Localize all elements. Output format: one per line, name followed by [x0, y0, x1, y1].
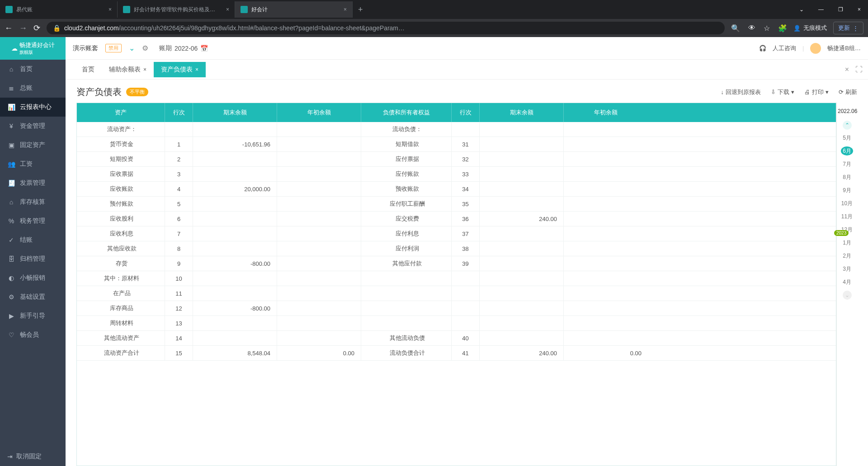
table-row[interactable]: 货币资金1-10,651.96短期借款31 [77, 137, 836, 152]
month-11月[interactable]: 11月 [837, 210, 857, 223]
rail-down-icon[interactable]: ⌄ [843, 291, 852, 300]
print-button[interactable]: 🖨打印▾ [804, 88, 829, 96]
table-row[interactable]: 库存商品12-800.00 [77, 301, 836, 316]
sidebar-item-首页[interactable]: ⌂首页 [0, 60, 66, 79]
avatar[interactable] [810, 43, 821, 54]
cell-begin [277, 331, 361, 345]
sidebar-item-总账[interactable]: ≣总账 [0, 79, 66, 98]
page-tab-资产负债表[interactable]: 资产负债表× [154, 62, 206, 77]
url-input[interactable]: 🔒 cloud2.chanjet.com/accounting/uh26t264… [47, 22, 725, 34]
maximize-icon[interactable]: ❐ [831, 6, 850, 13]
download-button[interactable]: ⇩下载▾ [771, 88, 794, 96]
sidebar-item-库存核算[interactable]: ⌂库存核算 [0, 193, 66, 212]
month-9月[interactable]: 9月 [837, 184, 857, 197]
table-row[interactable]: 流动资产合计158,548.040.00流动负债合计41240.000.00 [77, 346, 836, 361]
eye-blocked-icon[interactable]: 👁 [748, 24, 755, 32]
table-row[interactable]: 应收利息7应付利息37 [77, 226, 836, 241]
sidebar-item-工资[interactable]: 👥工资 [0, 155, 66, 174]
table-row[interactable]: 在产品11 [77, 286, 836, 301]
sidebar-item-畅会员[interactable]: ♡畅会员 [0, 325, 66, 344]
new-tab-button[interactable]: + [353, 5, 368, 14]
month-8月[interactable]: 8月 [837, 171, 857, 184]
product-name: 畅捷通好会计 [19, 41, 55, 49]
account-select[interactable]: 演示账套 [73, 44, 98, 52]
month-2月[interactable]: 2月 [837, 249, 857, 263]
cell-asset: 应收利息 [77, 226, 165, 241]
headset-icon[interactable]: 🎧 [759, 45, 766, 52]
refresh-button[interactable]: ⟳刷新 [839, 88, 857, 96]
minimize-icon[interactable]: — [811, 6, 831, 13]
sidebar-item-税务管理[interactable]: %税务管理 [0, 212, 66, 231]
table-row[interactable]: 应收股利6应交税费36240.00 [77, 212, 836, 226]
browser-tab-3[interactable]: 好会计 × [235, 1, 353, 18]
menu-icon: 🧾 [7, 179, 15, 187]
table-row[interactable]: 预付账款5应付职工薪酬35 [77, 197, 836, 212]
sidebar-item-云报表中心[interactable]: 📊云报表中心 [0, 98, 66, 117]
close-icon[interactable]: × [143, 66, 146, 73]
month-7月[interactable]: 7月 [837, 158, 857, 171]
table-row[interactable]: 短期投资2应付票据32 [77, 152, 836, 167]
forward-icon[interactable]: → [19, 24, 27, 33]
cell-asset: 其中：原材料 [77, 271, 165, 286]
year-label[interactable]: 2022.06 [837, 106, 857, 116]
cell-lbegin [564, 286, 648, 301]
browser-tab-2[interactable]: 好会计财务管理软件购买价格及… × [118, 1, 235, 18]
month-6月[interactable]: 6月 [837, 145, 857, 158]
sidebar-item-新手引导[interactable]: ▶新手引导 [0, 306, 66, 325]
rail-up-icon[interactable]: ⌃ [843, 121, 852, 130]
extension-icon[interactable]: 🧩 [778, 24, 787, 33]
calendar-icon[interactable]: 📅 [200, 45, 208, 52]
caret-down-icon[interactable]: ⌄ [792, 6, 811, 13]
chevron-down-icon[interactable]: ⌄ [129, 44, 135, 52]
month-3月[interactable]: 3月 [837, 263, 857, 276]
close-icon[interactable]: × [195, 66, 198, 73]
close-icon[interactable]: × [226, 6, 229, 13]
close-icon[interactable]: × [344, 6, 347, 13]
table-row[interactable]: 流动资产：流动负债： [77, 122, 836, 137]
gear-icon[interactable]: ⚙ [142, 44, 148, 52]
sidebar-item-发票管理[interactable]: 🧾发票管理 [0, 174, 66, 193]
sidebar-item-固定资产[interactable]: ▣固定资产 [0, 136, 66, 155]
page-tab-辅助余额表[interactable]: 辅助余额表× [102, 62, 154, 77]
help-link[interactable]: 人工咨询 [773, 44, 796, 52]
product-logo[interactable]: ☁ 畅捷通好会计 旗舰版 [0, 37, 66, 60]
zoom-icon[interactable]: 🔍 [731, 24, 740, 33]
sidebar-item-基础设置[interactable]: ⚙基础设置 [0, 287, 66, 306]
page-tab-首页[interactable]: 首页 [75, 62, 102, 77]
back-icon[interactable]: ← [5, 24, 13, 33]
period-value[interactable]: 2022-06 [175, 45, 198, 52]
table-row[interactable]: 周转材料13 [77, 316, 836, 331]
revert-button[interactable]: ↓回退到原报表 [721, 88, 761, 96]
sidebar-item-资金管理[interactable]: ¥资金管理 [0, 117, 66, 136]
month-10月[interactable]: 10月 [837, 197, 857, 210]
close-icon[interactable]: × [108, 6, 112, 13]
cell-lend [480, 286, 564, 301]
table-row[interactable]: 其他应收款8应付利润38 [77, 241, 836, 256]
browser-tab-1[interactable]: 易代账 × [0, 1, 118, 18]
reload-icon[interactable]: ⟳ [33, 23, 40, 33]
cell-lend: 240.00 [480, 346, 564, 360]
month-4月[interactable]: 4月 [837, 276, 857, 289]
sidebar-item-结账[interactable]: ✓结账 [0, 231, 66, 249]
star-icon[interactable]: ☆ [764, 24, 770, 33]
close-all-tabs-icon[interactable]: × [845, 66, 849, 74]
cell-begin [277, 197, 361, 211]
sidebar-item-小畅报销[interactable]: ◐小畅报销 [0, 268, 66, 287]
table-row[interactable]: 存货9-800.00其他应付款39 [77, 256, 836, 271]
cell-lbegin [564, 226, 648, 241]
cell-row: 4 [165, 182, 193, 196]
fullscreen-icon[interactable]: ⛶ [855, 66, 863, 74]
table-row[interactable]: 应收票据3应付账款33 [77, 167, 836, 182]
update-button[interactable]: 更新⋮ [833, 22, 863, 34]
month-5月[interactable]: 5月 [837, 132, 857, 145]
close-window-icon[interactable]: × [850, 6, 868, 13]
unpin-sidebar-button[interactable]: ⇥ 取消固定 [0, 447, 66, 466]
sidebar-item-归档管理[interactable]: 🗄归档管理 [0, 249, 66, 268]
user-name[interactable]: 畅捷通B组… [827, 44, 861, 52]
table-header: 资产 行次 期末余额 年初余额 负债和所有者权益 行次 期末余额 年初余额 [77, 103, 836, 122]
table-row[interactable]: 应收账款420,000.00预收账款34 [77, 182, 836, 197]
table-row[interactable]: 其中：原材料10 [77, 271, 836, 286]
month-1月[interactable]: 1月 [837, 236, 857, 249]
table-row[interactable]: 其他流动资产14其他流动负债40 [77, 331, 836, 346]
refresh-icon: ⟳ [839, 89, 844, 95]
